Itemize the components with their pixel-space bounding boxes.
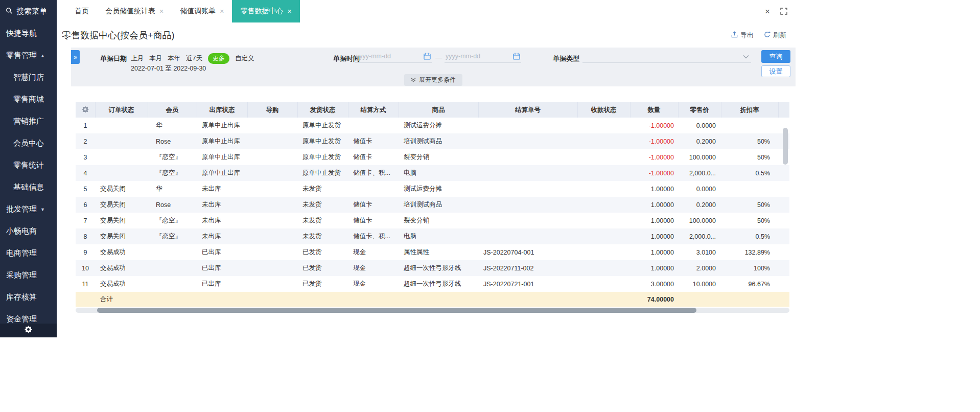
sidebar-item[interactable]: 智慧门店: [0, 66, 57, 88]
table-row[interactable]: 2Rose原单中止出库原单中止发货储值卡培训测试商品-1.000000.2000…: [76, 133, 789, 149]
table-row[interactable]: 4『恋空』原单中止出库原单中止发货储值卡、积...电脑-1.000002,000…: [76, 165, 789, 181]
column-header[interactable]: 导购: [247, 102, 297, 118]
refresh-label: 刷新: [773, 31, 786, 40]
expand-more-label: 展开更多条件: [419, 76, 456, 84]
horizontal-scrollbar-track[interactable]: [76, 308, 789, 313]
tab[interactable]: 首页: [66, 0, 97, 22]
query-button[interactable]: 查询: [761, 50, 790, 63]
table-row[interactable]: 11交易成功已出库已发货现金超细一次性弓形牙线JS-20220721-0013.…: [76, 276, 789, 292]
table-row[interactable]: 10交易成功已出库已发货现金超细一次性弓形牙线JS-20220711-0021.…: [76, 260, 789, 276]
cell-order-status: [95, 118, 148, 133]
table-row[interactable]: 3『恋空』原单中止出库原单中止发货储值卡裂变分销-1.00000100.0000…: [76, 149, 789, 165]
tab[interactable]: 储值调账单×: [172, 0, 232, 22]
table-row[interactable]: 6交易关闭Rose未出库未发货储值卡培训测试商品1.000000.200050%: [76, 197, 789, 213]
end-date-input[interactable]: [445, 50, 521, 63]
table-row[interactable]: 5交易关闭华未出库未发货测试运费分摊1.000000.0000: [76, 181, 789, 197]
column-header-overflow: [778, 102, 789, 118]
column-header[interactable]: 订单状态: [95, 102, 148, 118]
cell-order-status: [95, 133, 148, 149]
cell-collection-status: [577, 165, 630, 181]
sidebar-search[interactable]: 搜索菜单: [0, 0, 57, 22]
cell-collection-status: [577, 244, 630, 260]
table-row[interactable]: 9交易成功已出库已发货现金属性属性JS-20220704-0011.000003…: [76, 244, 789, 260]
cell-overflow: [778, 244, 789, 260]
cell-product: 测试运费分摊: [399, 181, 478, 197]
sidebar-item[interactable]: 零售管理▲: [0, 44, 57, 66]
tab-close-icon[interactable]: ×: [287, 8, 291, 15]
cell-quantity: 1.00000: [630, 260, 678, 276]
sidebar-settings-bar[interactable]: [0, 324, 57, 337]
export-button[interactable]: 导出: [731, 31, 754, 40]
calendar-icon[interactable]: [513, 53, 520, 62]
summary-row: 合计 74.00000: [76, 292, 789, 307]
column-header[interactable]: 收款状态: [577, 102, 630, 118]
cell-member: [148, 244, 197, 260]
sidebar-item[interactable]: 零售商城: [0, 88, 57, 110]
column-header[interactable]: 商品: [399, 102, 478, 118]
double-chevron-down-icon: [411, 77, 416, 84]
sidebar-menu: 快捷导航零售管理▲智慧门店零售商城营销推广会员中心零售统计基础信息批发管理▼小畅…: [0, 22, 57, 330]
column-header[interactable]: 发货状态: [297, 102, 348, 118]
cell-settlement-method: 现金: [348, 244, 399, 260]
calendar-icon[interactable]: [424, 53, 431, 62]
sidebar-item[interactable]: 基础信息: [0, 176, 57, 198]
expand-more-conditions[interactable]: 展开更多条件: [404, 74, 462, 86]
fullscreen-icon[interactable]: [780, 8, 787, 15]
sidebar-item[interactable]: 库存核算: [0, 286, 57, 308]
start-date-input[interactable]: [355, 50, 432, 63]
cell-settlement-method: 储值卡: [348, 213, 399, 228]
vertical-scrollbar[interactable]: [783, 128, 788, 165]
quick-date-option[interactable]: 本年: [168, 54, 180, 63]
column-header[interactable]: 零售价: [678, 102, 721, 118]
close-icon[interactable]: ×: [765, 7, 770, 16]
custom-date-option[interactable]: 自定义: [235, 54, 254, 63]
collapse-filter-handle[interactable]: »: [71, 50, 80, 64]
table-row[interactable]: 8交易关闭『恋空』未出库未发货储值卡、积...电脑1.000002,000.0.…: [76, 228, 789, 244]
table-row[interactable]: 7交易关闭『恋空』未出库未发货储值卡裂变分销1.00000100.000050%: [76, 213, 789, 228]
sidebar-item[interactable]: 小畅电商: [0, 220, 57, 242]
cell-collection-status: [577, 118, 630, 133]
cell-overflow: [778, 197, 789, 213]
sidebar-item[interactable]: 采购管理: [0, 264, 57, 286]
cell-shopping-guide: [247, 133, 297, 149]
tab-close-icon[interactable]: ×: [220, 8, 224, 15]
column-header[interactable]: 会员: [148, 102, 197, 118]
column-header[interactable]: 数量: [630, 102, 678, 118]
tab-close-icon[interactable]: ×: [159, 8, 164, 15]
sidebar-item[interactable]: 电商管理: [0, 242, 57, 264]
cell-order-status: 交易成功: [95, 276, 148, 292]
quick-date-option[interactable]: 上月: [131, 54, 144, 63]
cell-retail-price: 100.0000: [678, 213, 721, 228]
sidebar-item-label: 智慧门店: [13, 73, 44, 82]
sidebar-item[interactable]: 零售统计: [0, 154, 57, 176]
column-header[interactable]: 出库状态: [197, 102, 247, 118]
table-row[interactable]: 1华原单中止出库原单中止发货测试运费分摊-1.000000.0000: [76, 118, 789, 133]
sidebar-item[interactable]: 批发管理▼: [0, 198, 57, 220]
sidebar-item[interactable]: 快捷导航: [0, 22, 57, 44]
sidebar-item[interactable]: 营销推广: [0, 110, 57, 132]
quick-date-option[interactable]: 本月: [149, 54, 162, 63]
doc-type-select[interactable]: [582, 50, 751, 63]
more-dates-button[interactable]: 更多: [208, 53, 229, 64]
quick-date-option[interactable]: 近7天: [186, 54, 202, 63]
table-header-row: 订单状态会员出库状态导购发货状态结算方式商品结算单号收款状态数量零售价折扣率: [76, 102, 789, 118]
cell-order-status: 交易关闭: [95, 181, 148, 197]
column-header[interactable]: 结算方式: [348, 102, 399, 118]
cell-product: 超细一次性弓形牙线: [399, 276, 478, 292]
refresh-button[interactable]: 刷新: [764, 31, 786, 40]
cell-settlement-doc-no: JS-20220721-001: [478, 276, 577, 292]
sidebar-item-label: 零售商城: [13, 95, 44, 104]
cell-settlement-method: [348, 118, 399, 133]
column-header[interactable]: 折扣率: [721, 102, 778, 118]
column-settings-header[interactable]: [76, 102, 95, 118]
column-header[interactable]: 结算单号: [478, 102, 577, 118]
cell-member: 『恋空』: [148, 228, 197, 244]
cell-retail-price: 3.0100: [678, 244, 721, 260]
cell-product: 培训测试商品: [399, 133, 478, 149]
sidebar-item[interactable]: 会员中心: [0, 132, 57, 154]
tab[interactable]: 零售数据中心×: [232, 0, 299, 22]
settings-button[interactable]: 设置: [761, 65, 790, 77]
tab[interactable]: 会员储值统计表×: [97, 0, 172, 22]
cell-outbound-status: 原单中止出库: [197, 149, 247, 165]
horizontal-scrollbar-thumb[interactable]: [97, 308, 696, 313]
